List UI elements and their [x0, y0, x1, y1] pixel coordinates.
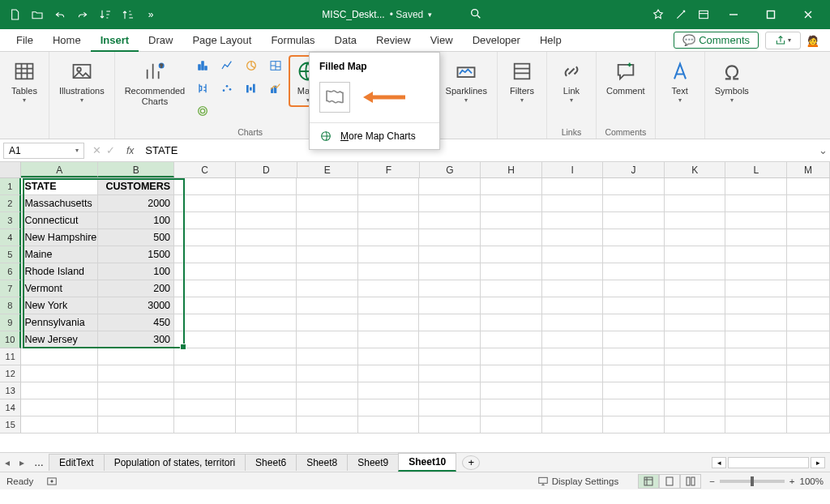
cell[interactable]: [481, 314, 542, 331]
cell[interactable]: [236, 314, 297, 331]
formula-input[interactable]: [140, 143, 815, 158]
cell[interactable]: [419, 382, 481, 399]
sparklines-button[interactable]: Sparklines ▾: [441, 55, 492, 107]
cell[interactable]: [603, 229, 665, 246]
cell[interactable]: Pennsylvania: [21, 314, 97, 331]
cell[interactable]: [542, 297, 604, 314]
cell[interactable]: [787, 348, 830, 365]
col-header-C[interactable]: C: [174, 162, 236, 177]
cell[interactable]: [603, 212, 665, 229]
cell[interactable]: [603, 416, 665, 434]
document-title[interactable]: MISC_Deskt... • Saved ▾: [322, 9, 432, 20]
col-header-L[interactable]: L: [725, 162, 787, 177]
cell[interactable]: [725, 314, 787, 331]
title-dropdown-icon[interactable]: ▾: [428, 11, 432, 19]
sheet-tab[interactable]: Population of states, territori: [104, 454, 246, 471]
cell[interactable]: [542, 365, 604, 382]
cell[interactable]: [542, 314, 604, 331]
cell[interactable]: [787, 382, 830, 399]
normal-view-icon[interactable]: [638, 474, 659, 489]
cell[interactable]: [787, 178, 830, 195]
cell[interactable]: [174, 297, 236, 314]
cell[interactable]: [419, 246, 481, 263]
cell[interactable]: [236, 399, 297, 416]
cell[interactable]: [725, 382, 787, 399]
col-header-G[interactable]: G: [420, 162, 481, 177]
cell[interactable]: [725, 416, 787, 434]
cell[interactable]: CUSTOMERS: [98, 178, 174, 195]
cell[interactable]: [358, 195, 420, 212]
cell[interactable]: [419, 297, 481, 314]
sheet-tab[interactable]: Sheet9: [347, 454, 399, 471]
cell[interactable]: [542, 195, 604, 212]
col-header-E[interactable]: E: [297, 162, 359, 177]
cell[interactable]: [419, 212, 481, 229]
cell[interactable]: [787, 297, 830, 314]
cell[interactable]: [481, 178, 542, 195]
sheet-tab-active[interactable]: Sheet10: [398, 453, 456, 472]
cell[interactable]: [481, 399, 542, 416]
chevron-down-icon[interactable]: ▾: [75, 147, 79, 154]
row-header[interactable]: 3: [0, 212, 21, 229]
cell[interactable]: Maine: [21, 246, 97, 263]
row-header[interactable]: 10: [0, 331, 21, 348]
cell[interactable]: [542, 399, 604, 416]
cell[interactable]: [665, 178, 726, 195]
waterfall-chart-icon[interactable]: [240, 78, 263, 99]
tab-review[interactable]: Review: [366, 29, 421, 52]
comment-button[interactable]: Comment: [601, 55, 650, 100]
cell[interactable]: [358, 246, 420, 263]
cell[interactable]: [542, 382, 604, 399]
cell[interactable]: [358, 212, 420, 229]
tables-button[interactable]: Tables ▾: [5, 55, 44, 107]
row-header[interactable]: 6: [0, 263, 21, 280]
row-header[interactable]: 4: [0, 229, 21, 246]
cell[interactable]: [725, 246, 787, 263]
cell[interactable]: [542, 212, 604, 229]
cell[interactable]: [98, 416, 174, 434]
cell[interactable]: [665, 399, 726, 416]
cell[interactable]: [174, 365, 236, 382]
cell[interactable]: 100: [98, 263, 174, 280]
cell[interactable]: [542, 348, 604, 365]
zoom-in-button[interactable]: +: [789, 476, 795, 486]
cell[interactable]: [725, 195, 787, 212]
tab-draw[interactable]: Draw: [139, 29, 182, 52]
cell[interactable]: [542, 246, 604, 263]
fx-icon[interactable]: fx: [126, 145, 134, 156]
cell[interactable]: [419, 365, 481, 382]
cell[interactable]: [665, 348, 726, 365]
cell[interactable]: [603, 178, 665, 195]
account-icon[interactable]: 🙍: [801, 34, 824, 47]
page-layout-view-icon[interactable]: [659, 474, 680, 489]
col-header-F[interactable]: F: [358, 162, 420, 177]
cell[interactable]: [725, 297, 787, 314]
cell[interactable]: [481, 229, 542, 246]
cell[interactable]: Connecticut: [21, 212, 97, 229]
cell[interactable]: [236, 280, 297, 297]
cell[interactable]: [603, 348, 665, 365]
row-header[interactable]: 2: [0, 195, 21, 212]
cell[interactable]: [665, 263, 726, 280]
cell[interactable]: [603, 382, 665, 399]
cell[interactable]: [787, 195, 830, 212]
cell[interactable]: [481, 331, 542, 348]
cell[interactable]: [481, 365, 542, 382]
cell[interactable]: [603, 246, 665, 263]
cell[interactable]: [174, 195, 236, 212]
row-header[interactable]: 12: [0, 365, 21, 382]
cell[interactable]: [358, 178, 420, 195]
cell[interactable]: [481, 416, 542, 434]
cell[interactable]: [787, 229, 830, 246]
sort-desc-icon[interactable]: [117, 3, 139, 26]
cell[interactable]: 300: [98, 331, 174, 348]
cell[interactable]: [725, 348, 787, 365]
more-map-charts-item[interactable]: MMore Map Chartsore Map Charts: [310, 123, 439, 149]
cell[interactable]: [481, 263, 542, 280]
spreadsheet-grid[interactable]: A B C D E F G H I J K L M 1STATECUSTOMER…: [0, 162, 830, 452]
sheet-overflow[interactable]: …: [29, 457, 49, 468]
cell[interactable]: [787, 246, 830, 263]
cell[interactable]: [297, 212, 358, 229]
cell[interactable]: [665, 365, 726, 382]
cell[interactable]: [174, 263, 236, 280]
